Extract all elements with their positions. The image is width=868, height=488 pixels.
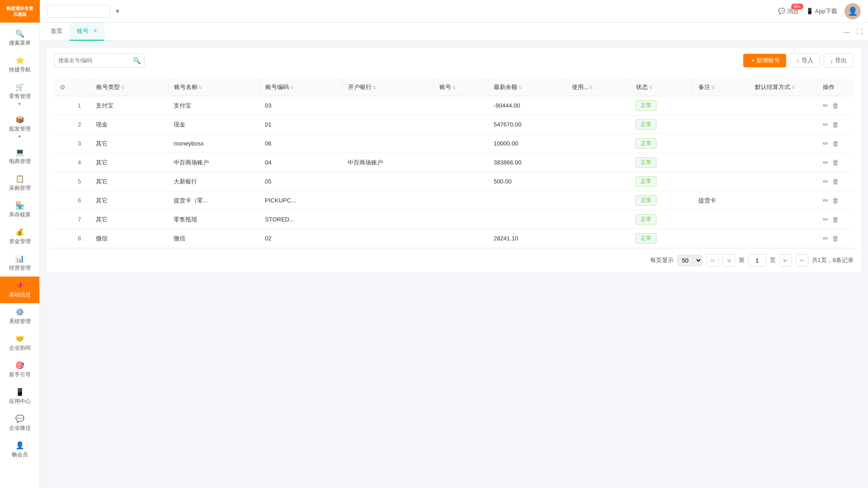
th-default-settle[interactable]: 默认结算方式⇅ (750, 79, 817, 96)
edit-btn[interactable]: ✏ (823, 121, 829, 129)
add-account-btn[interactable]: + 新增账号 (743, 54, 786, 67)
delete-btn[interactable]: 🗑 (832, 140, 839, 147)
cell-bank: 中百商场账户 (342, 153, 434, 172)
th-code[interactable]: 账号编码⇅ (259, 79, 342, 96)
top-bar-right: 💬 消息 99+ 📱 App下载 👤 (778, 3, 861, 19)
expand-icon-retail-mgmt: ▾ (19, 102, 21, 106)
th-usage[interactable]: 使用...⇅ (566, 79, 630, 96)
page-prev-btn[interactable]: ◀ (722, 254, 735, 267)
th-account[interactable]: 账号⇅ (434, 79, 488, 96)
delete-btn[interactable]: 🗑 (832, 235, 839, 242)
sort-code-icon: ⇅ (290, 85, 293, 90)
sidebar-item-sys-mgmt[interactable]: ⚙️系统管理 (0, 303, 39, 330)
edit-btn[interactable]: ✏ (823, 235, 829, 243)
sidebar-item-ecommerce-mgmt[interactable]: 💻电商管理 (0, 143, 39, 170)
search-icon: 🔍 (133, 57, 141, 64)
table-wrap: ⚙ 账号类型⇅ 账号名称⇅ 账号编码⇅ 开户银行⇅ 账号⇅ 最新余额⇅ 使用..… (54, 79, 854, 248)
logo-line1: 畅捷通好生意 (6, 5, 33, 11)
sidebar-item-purchase-mgmt[interactable]: 📋采购管理 (0, 170, 39, 197)
th-settings[interactable]: ⚙ (54, 79, 72, 96)
sidebar-icon-retail-mgmt: 🛒 (15, 83, 24, 91)
cell-usage (566, 191, 630, 210)
sidebar-item-enterprise-agreement[interactable]: 🤝企业协同 (0, 330, 39, 357)
sidebar-icon-search-menu: 🔍 (15, 29, 24, 38)
th-bank[interactable]: 开户银行⇅ (342, 79, 434, 96)
page-size-label: 每页显示 (650, 256, 674, 264)
sidebar-item-new-guide[interactable]: 🎯新手引导 (0, 357, 39, 383)
global-search-input[interactable] (47, 5, 110, 18)
sidebar-label-sys-mgmt: 系统管理 (9, 318, 31, 325)
th-name[interactable]: 账号名称⇅ (168, 79, 259, 96)
tab-home[interactable]: 首页 (43, 23, 70, 41)
sidebar-label-search-menu: 搜索菜单 (9, 39, 31, 47)
th-type[interactable]: 账号类型⇅ (90, 79, 168, 96)
edit-btn[interactable]: ✏ (823, 102, 829, 110)
app-download-btn[interactable]: 📱 App下载 (806, 7, 837, 15)
import-btn[interactable]: ↑ 导入 (790, 53, 820, 68)
tab-account[interactable]: 账号 ✕ (70, 23, 104, 41)
sort-remark-icon: ⇅ (711, 85, 715, 90)
cell-type: 微信 (90, 229, 168, 248)
account-search-input[interactable] (58, 57, 133, 64)
cell-balance: 28241.10 (488, 229, 566, 248)
sidebar-item-retail-mgmt[interactable]: 🛒零售管理▾ (0, 78, 39, 111)
sidebar-item-basic-info[interactable]: 📌基础信息 (0, 277, 39, 303)
sidebar-item-capital-mgmt[interactable]: 💰资金管理 (0, 223, 39, 250)
cell-default-settle (750, 229, 817, 248)
sidebar-item-wholesale-mgmt[interactable]: 📦批发管理▾ (0, 111, 39, 143)
export-btn[interactable]: ↓ 导出 (824, 53, 854, 68)
cell-remark (693, 229, 750, 248)
content-panel: 🔍 + 新增账号 ↑ 导入 ↓ 导出 (47, 48, 861, 272)
action-btns: ✏ 🗑 (823, 235, 848, 243)
avatar[interactable]: 👤 (844, 3, 861, 19)
tab-expand-btn[interactable]: ⛶ (854, 26, 864, 37)
app-download-label: App下载 (815, 7, 837, 15)
edit-btn[interactable]: ✏ (823, 197, 829, 205)
edit-btn[interactable]: ✏ (823, 178, 829, 186)
logo-line2: 乐惠版 (6, 11, 33, 17)
delete-btn[interactable]: 🗑 (832, 216, 839, 223)
settings-icon[interactable]: ⚙ (60, 84, 66, 91)
edit-btn[interactable]: ✏ (823, 216, 829, 224)
edit-btn[interactable]: ✏ (823, 159, 829, 167)
cell-action: ✏ 🗑 (817, 229, 854, 248)
sidebar-item-app-center[interactable]: 📱应用中心 (0, 383, 39, 410)
cell-balance: -90444.00 (488, 96, 566, 115)
cell-code: 03 (259, 96, 342, 115)
th-balance[interactable]: 最新余额⇅ (488, 79, 566, 96)
cell-code: 02 (259, 229, 342, 248)
search-wrap: 🔍 (54, 53, 145, 68)
page-last-btn[interactable]: ⏭ (796, 254, 808, 267)
sidebar-item-enterprise-wechat[interactable]: 💬企业微信 (0, 410, 39, 436)
th-remark[interactable]: 备注⇅ (693, 79, 750, 96)
edit-btn[interactable]: ✏ (823, 140, 829, 148)
sidebar-item-quick-nav[interactable]: ⭐快捷导航 (0, 52, 39, 78)
delete-btn[interactable]: 🗑 (832, 102, 839, 109)
app-logo: 畅捷通好生意 乐惠版 (0, 0, 40, 23)
sidebar-item-member[interactable]: 👤畅会员 (0, 436, 39, 463)
page-number-input[interactable] (748, 254, 766, 267)
page-next-btn[interactable]: ▶ (779, 254, 792, 267)
delete-btn[interactable]: 🗑 (832, 121, 839, 128)
th-status[interactable]: 状态⇅ (630, 79, 693, 96)
phone-icon: 📱 (806, 8, 813, 14)
status-badge: 正常 (636, 233, 656, 244)
sidebar-item-search-menu[interactable]: 🔍搜索菜单 (0, 25, 39, 52)
sidebar-item-ops-mgmt[interactable]: 📊经营管理 (0, 250, 39, 277)
delete-btn[interactable]: 🗑 (832, 197, 839, 204)
cell-status: 正常 (630, 229, 693, 248)
tab-minimize-btn[interactable]: — (842, 26, 852, 37)
dropdown-icon[interactable]: ▾ (116, 7, 119, 15)
page-first-btn[interactable]: ⏮ (706, 254, 719, 267)
delete-btn[interactable]: 🗑 (832, 159, 839, 166)
status-badge: 正常 (636, 138, 656, 149)
pagination-bar: 每页显示 50 100 200 ⏮ ◀ 第 页 ▶ ⏭ 共1页，8条记录 (47, 248, 861, 272)
cell-settings (54, 134, 72, 153)
page-size-select[interactable]: 50 100 200 (677, 255, 703, 266)
delete-btn[interactable]: 🗑 (832, 178, 839, 185)
page-suffix: 页 (770, 256, 776, 264)
sidebar-item-inventory-mgmt[interactable]: 🏪库存核算 (0, 197, 39, 223)
tab-account-close[interactable]: ✕ (93, 28, 97, 34)
messages-btn[interactable]: 💬 消息 99+ (778, 7, 799, 15)
cell-balance: 383866.00 (488, 153, 566, 172)
